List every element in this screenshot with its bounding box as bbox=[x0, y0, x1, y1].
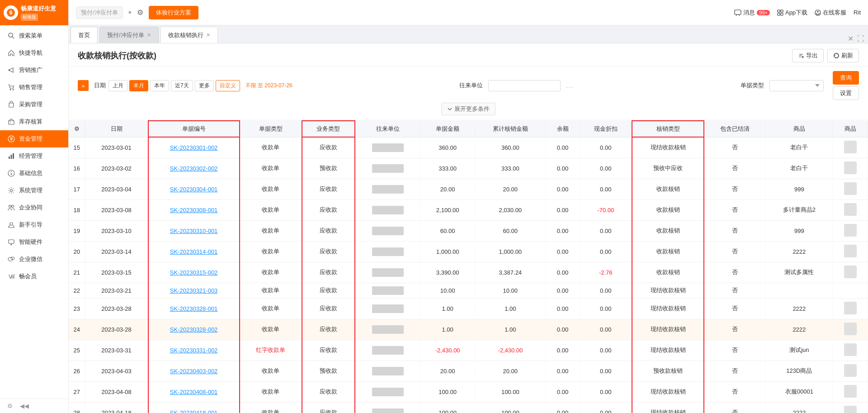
table-row[interactable]: 242023-03-28SK-20230328-002收款单应收款 1.001.… bbox=[69, 319, 868, 340]
table-row[interactable]: 202023-03-14SK-20230314-001收款单应收款 1,000.… bbox=[69, 241, 868, 262]
table-row[interactable]: 282023-04-18SK-20230418-001收款单应收款 100.00… bbox=[69, 402, 868, 413]
docno-cell[interactable]: SK-20230328-001 bbox=[148, 298, 240, 319]
date-btn-this-month[interactable]: 本月 bbox=[129, 80, 148, 91]
col-docno-header[interactable]: 单据编号 bbox=[148, 121, 240, 137]
table-row[interactable]: 172023-03-04SK-20230304-001收款单应收款 20.002… bbox=[69, 179, 868, 199]
date-cell: 2023-04-03 bbox=[85, 361, 148, 381]
col-goods2-header[interactable]: 商品 bbox=[833, 121, 868, 137]
docno-cell[interactable]: SK-20230302-002 bbox=[148, 158, 240, 179]
docno-cell[interactable]: SK-20230315-002 bbox=[148, 262, 240, 283]
sidebar-item-inventory[interactable]: 库存核算 bbox=[0, 113, 68, 130]
filter-toggle-btn[interactable]: » bbox=[78, 80, 89, 91]
col-date-header[interactable]: 日期 bbox=[85, 121, 148, 137]
docno-cell[interactable]: SK-20230403-002 bbox=[148, 361, 240, 381]
collapse-icon[interactable]: ◀◀ bbox=[20, 403, 29, 409]
tab-prepay[interactable]: 预付/冲应付单 ✕ bbox=[99, 27, 159, 43]
docno-cell[interactable]: SK-20230321-003 bbox=[148, 283, 240, 298]
goods2-cell bbox=[833, 179, 868, 199]
refresh-label: 刷新 bbox=[841, 52, 853, 60]
settings-bottom-icon[interactable]: ⚙ bbox=[7, 403, 13, 409]
gear-icon[interactable]: ⚙ bbox=[137, 8, 143, 17]
col-settings-header[interactable]: ⚙ bbox=[69, 121, 85, 137]
table-row[interactable]: 212023-03-15SK-20230315-002收款单应收款 3,390.… bbox=[69, 262, 868, 283]
tab-prepay-close[interactable]: ✕ bbox=[147, 32, 151, 38]
col-settled-header[interactable]: 包含已结清 bbox=[704, 121, 766, 137]
tab-home[interactable]: 首页 bbox=[71, 27, 98, 43]
industry-btn[interactable]: 体验行业方案 bbox=[149, 6, 198, 19]
col-amount-header[interactable]: 单据金额 bbox=[420, 121, 475, 137]
sidebar-item-system[interactable]: 系统管理 bbox=[0, 182, 68, 199]
filter-settings-btn[interactable]: 设置 bbox=[833, 86, 859, 100]
sidebar-item-purchase[interactable]: 采购管理 bbox=[0, 96, 68, 113]
sidebar-item-hardware[interactable]: 智能硬件 bbox=[0, 233, 68, 251]
docno-cell[interactable]: SK-20230418-001 bbox=[148, 402, 240, 413]
col-canceltype-header[interactable]: 核销类型 bbox=[632, 121, 704, 137]
sidebar-item-wechat[interactable]: 企业微信 bbox=[0, 251, 68, 268]
tab-maximize-icon[interactable]: ⛶ bbox=[857, 35, 864, 43]
sidebar-item-basic[interactable]: 基础信息 bbox=[0, 165, 68, 182]
accum-cell: 20.00 bbox=[475, 361, 546, 381]
sidebar-item-search[interactable]: 搜索菜单 bbox=[0, 27, 68, 44]
partner-input[interactable] bbox=[488, 80, 561, 91]
docno-cell[interactable]: SK-20230408-001 bbox=[148, 381, 240, 402]
table-row[interactable]: 262023-04-03SK-20230403-002收款单预收款 20.002… bbox=[69, 361, 868, 381]
canceltype-cell: 收款核销 bbox=[632, 241, 704, 262]
partner-cell bbox=[355, 319, 420, 340]
sidebar-item-sales[interactable]: 销售管理 bbox=[0, 79, 68, 96]
query-btn[interactable]: 查询 bbox=[833, 71, 859, 85]
date-btn-this-year[interactable]: 本年 bbox=[150, 80, 169, 91]
tab-collect[interactable]: 收款核销执行 ✕ bbox=[160, 27, 218, 43]
messages-btn[interactable]: 消息 99+ bbox=[734, 9, 770, 17]
table-row[interactable]: 222023-03-21SK-20230321-003收款单应收款 10.001… bbox=[69, 283, 868, 298]
table-row[interactable]: 252023-03-31SK-20230331-002红字收款单应收款 -2,4… bbox=[69, 340, 868, 361]
sidebar-item-finance[interactable]: ¥ 资金管理 bbox=[0, 130, 68, 147]
table-row[interactable]: 272023-04-08SK-20230408-001收款单应收款 100.00… bbox=[69, 381, 868, 402]
docno-cell[interactable]: SK-20230308-001 bbox=[148, 199, 240, 220]
date-cell: 2023-03-04 bbox=[85, 179, 148, 199]
col-balance-header[interactable]: 余额 bbox=[546, 121, 580, 137]
col-doctype-header[interactable]: 单据类型 bbox=[240, 121, 302, 137]
amount-cell: 1,000.00 bbox=[420, 241, 475, 262]
docno-cell[interactable]: SK-20230314-001 bbox=[148, 241, 240, 262]
sidebar-item-operation[interactable]: 经营管理 bbox=[0, 147, 68, 165]
docno-cell[interactable]: SK-20230328-002 bbox=[148, 319, 240, 340]
col-accum-header[interactable]: 累计核销金额 bbox=[475, 121, 546, 137]
date-btn-last-month[interactable]: 上月 bbox=[108, 80, 127, 91]
chart-icon bbox=[7, 152, 15, 160]
date-cell: 2023-03-14 bbox=[85, 241, 148, 262]
tab-collect-close[interactable]: ✕ bbox=[206, 32, 210, 38]
goods1-cell: 测试jun bbox=[766, 340, 833, 361]
headset-icon bbox=[815, 9, 821, 16]
table-row[interactable]: 162023-03-02SK-20230302-002收款单预收款 333.00… bbox=[69, 158, 868, 179]
sidebar-item-member[interactable]: VIP 畅会员 bbox=[0, 268, 68, 285]
docno-cell[interactable]: SK-20230310-001 bbox=[148, 220, 240, 241]
col-partner-header[interactable]: 往来单位 bbox=[355, 121, 420, 137]
col-discount-header[interactable]: 现金折扣 bbox=[580, 121, 632, 137]
expand-filter-btn[interactable]: 展开更多条件 bbox=[441, 103, 495, 115]
sidebar-item-marketing[interactable]: 营销推广 bbox=[0, 62, 68, 79]
date-btn-custom[interactable]: 自定义 bbox=[216, 80, 240, 91]
col-goods1-header[interactable]: 商品 bbox=[766, 121, 833, 137]
docno-cell[interactable]: SK-20230304-001 bbox=[148, 179, 240, 199]
sidebar-item-collab[interactable]: 企业协同 bbox=[0, 199, 68, 216]
app-download-btn[interactable]: App下载 bbox=[777, 9, 807, 17]
table-row[interactable]: 152023-03-01SK-20230301-002收款单应收款 360.00… bbox=[69, 137, 868, 158]
docno-cell[interactable]: SK-20230331-002 bbox=[148, 340, 240, 361]
refresh-btn[interactable]: 刷新 bbox=[827, 49, 859, 62]
docno-cell[interactable]: SK-20230301-002 bbox=[148, 137, 240, 158]
table-row[interactable]: 232023-03-28SK-20230328-001收款单应收款 1.001.… bbox=[69, 298, 868, 319]
tab-close-window-icon[interactable]: ✕ bbox=[848, 34, 854, 43]
doctype-cell: 收款单 bbox=[240, 179, 302, 199]
date-btn-7days[interactable]: 近7天 bbox=[171, 80, 193, 91]
table-row[interactable]: 182023-03-08SK-20230308-001收款单应收款 2,100.… bbox=[69, 199, 868, 220]
col-biztype-header[interactable]: 业务类型 bbox=[302, 121, 355, 137]
date-btn-more[interactable]: 更多 bbox=[195, 80, 214, 91]
export-btn[interactable]: 导出 bbox=[792, 49, 824, 62]
service-btn[interactable]: 在线客服 bbox=[815, 9, 846, 17]
sidebar-item-wechat-label: 企业微信 bbox=[19, 255, 42, 263]
doc-type-select[interactable] bbox=[769, 80, 824, 91]
table-row[interactable]: 192023-03-10SK-20230310-001收款单应收款 60.006… bbox=[69, 220, 868, 241]
sidebar-item-quicknav[interactable]: 快捷导航 bbox=[0, 44, 68, 62]
sidebar-item-guide[interactable]: 新手引导 bbox=[0, 216, 68, 233]
amount-cell: -2,430.00 bbox=[420, 340, 475, 361]
